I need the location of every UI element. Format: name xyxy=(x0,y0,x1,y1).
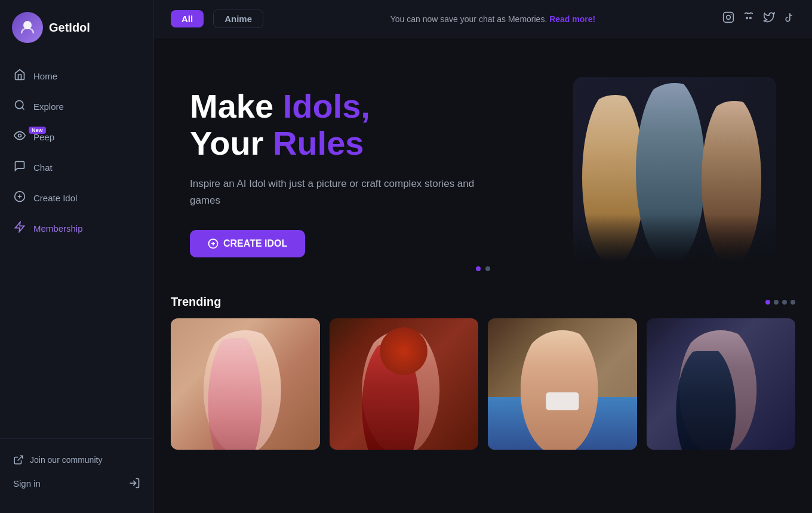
logo-area[interactable]: GetIdol xyxy=(0,0,153,55)
topbar: All Anime You can now save your chat as … xyxy=(154,0,812,38)
trending-dot-3[interactable] xyxy=(782,300,787,305)
create-idol-button-label: CREATE IDOL xyxy=(223,238,287,249)
logo-icon xyxy=(12,12,43,43)
sidebar: GetIdol Home Explore New xyxy=(0,0,154,513)
hero-left: Make Idols, Your Rules Inspire an AI Ido… xyxy=(190,88,476,257)
tab-anime[interactable]: Anime xyxy=(213,10,263,28)
card-2-bg xyxy=(330,318,479,450)
chat-icon xyxy=(13,160,26,175)
trending-dot-4[interactable] xyxy=(791,300,795,305)
hero-section: Make Idols, Your Rules Inspire an AI Ido… xyxy=(154,38,812,289)
sidebar-item-explore[interactable]: Explore xyxy=(0,91,153,122)
hero-title: Make Idols, Your Rules xyxy=(190,88,476,161)
trending-header: Trending xyxy=(171,295,795,309)
hero-dot-1[interactable] xyxy=(476,266,481,271)
card-3-bikini xyxy=(546,392,579,410)
create-idol-icon xyxy=(13,191,26,205)
sidebar-item-explore-label: Explore xyxy=(33,102,64,112)
join-community-link[interactable]: Join our community xyxy=(13,449,140,471)
create-idol-button[interactable]: CREATE IDOL xyxy=(190,230,305,257)
create-btn-icon xyxy=(208,238,219,249)
trending-card-4[interactable] xyxy=(647,318,796,450)
trending-section: Trending xyxy=(154,289,812,462)
trending-card-1[interactable] xyxy=(171,318,320,450)
social-icons xyxy=(722,11,795,26)
hero-title-line2-purple: Rules xyxy=(273,124,364,162)
sidebar-item-membership-label: Membership xyxy=(33,223,83,234)
card-2-hair xyxy=(380,327,427,375)
trending-title: Trending xyxy=(171,295,221,309)
sidebar-item-home[interactable]: Home xyxy=(0,61,153,91)
sidebar-item-membership[interactable]: Membership xyxy=(0,213,153,244)
sign-in-row[interactable]: Sign in xyxy=(13,471,140,495)
topbar-notice: You can now save your chat as Memories. … xyxy=(273,14,713,24)
hero-title-line1-white: Make xyxy=(190,87,283,125)
sidebar-item-peep[interactable]: New Peep xyxy=(0,122,153,152)
hero-title-line1-purple: Idols, xyxy=(283,87,370,125)
instagram-icon[interactable] xyxy=(722,11,734,26)
tab-all[interactable]: All xyxy=(171,10,204,27)
trending-dot-2[interactable] xyxy=(774,300,779,305)
svg-point-3 xyxy=(19,134,21,137)
svg-line-2 xyxy=(22,107,24,110)
trending-dot-1[interactable] xyxy=(765,300,770,305)
svg-point-1 xyxy=(16,101,23,109)
sidebar-item-create-idol-label: Create Idol xyxy=(33,193,77,203)
discord-icon[interactable] xyxy=(743,11,755,26)
twitter-icon[interactable] xyxy=(763,11,775,26)
sidebar-item-chat-label: Chat xyxy=(33,162,53,173)
hero-dot-2[interactable] xyxy=(485,266,490,271)
notice-link[interactable]: Read more! xyxy=(549,14,595,24)
hero-title-line2-white: Your xyxy=(190,124,273,162)
svg-point-12 xyxy=(731,14,732,16)
sidebar-bottom: Join our community Sign in xyxy=(0,438,153,513)
hero-subtitle: Inspire an AI Idol with just a picture o… xyxy=(190,176,476,208)
sidebar-item-create-idol[interactable]: Create Idol xyxy=(0,183,153,213)
join-community-label: Join our community xyxy=(30,455,102,465)
tiktok-icon[interactable] xyxy=(783,11,795,26)
trending-card-3[interactable] xyxy=(488,318,637,450)
card-3-bg xyxy=(488,318,637,450)
hero-dots xyxy=(476,260,490,283)
explore-icon xyxy=(13,99,26,114)
sign-in-icon xyxy=(128,477,140,489)
card-4-bg xyxy=(647,318,796,450)
hero-characters xyxy=(573,77,776,262)
svg-point-11 xyxy=(727,16,731,20)
sidebar-item-home-label: Home xyxy=(33,71,57,81)
trending-card-2[interactable] xyxy=(330,318,479,450)
logo-svg xyxy=(18,18,37,37)
peep-new-badge: New xyxy=(29,127,46,134)
peep-icon xyxy=(13,130,26,145)
external-link-icon xyxy=(13,454,24,465)
main-content: All Anime You can now save your chat as … xyxy=(154,0,812,513)
notice-text: You can now save your chat as Memories. xyxy=(390,14,548,24)
trending-carousel-dots xyxy=(765,300,795,305)
svg-rect-10 xyxy=(724,13,734,23)
trending-cards xyxy=(171,318,795,450)
membership-icon xyxy=(13,221,26,236)
hero-right xyxy=(573,77,776,268)
logo-text: GetIdol xyxy=(49,21,90,35)
home-icon xyxy=(13,69,26,84)
svg-line-8 xyxy=(18,456,23,460)
char-fade xyxy=(573,214,776,262)
card-1-bg xyxy=(171,318,320,450)
svg-marker-7 xyxy=(16,222,24,232)
sidebar-nav: Home Explore New Peep xyxy=(0,55,153,438)
sidebar-item-chat[interactable]: Chat xyxy=(0,152,153,183)
sign-in-label: Sign in xyxy=(13,478,41,489)
